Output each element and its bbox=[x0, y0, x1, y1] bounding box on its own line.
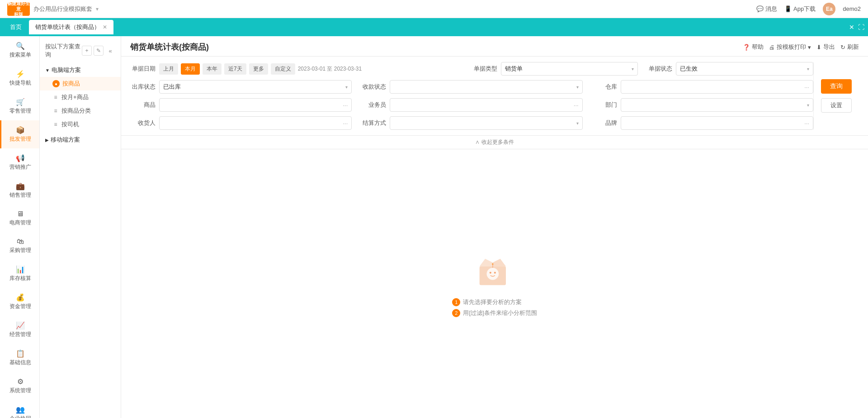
sidebar-item-inventory[interactable]: 📊 库存核算 bbox=[0, 260, 39, 288]
mobile-icon: 📱 bbox=[784, 5, 792, 12]
filter-warehouse: 仓库 ··· bbox=[592, 80, 813, 94]
tab-stats[interactable]: 销货单统计表（按商品） ✕ bbox=[29, 20, 113, 34]
sidebar-item-collab[interactable]: 👥 企业协同 bbox=[0, 400, 39, 418]
sidebar-item-quicknav[interactable]: ⚡ 快捷导航 bbox=[0, 64, 39, 92]
scheme-icon-list2: ≡ bbox=[52, 108, 59, 114]
filter-receipt-status: 收款状态 ▾ bbox=[361, 80, 582, 94]
message-button[interactable]: 💬 消息 bbox=[756, 5, 777, 13]
export-button[interactable]: ⬇ 导出 bbox=[816, 43, 835, 51]
close-window-icon[interactable]: ✕ bbox=[849, 24, 854, 31]
svg-point-5 bbox=[492, 263, 493, 265]
sidebar: 🔍 搜索菜单 ⚡ 快捷导航 🛒 零售管理 📦 批发管理 📢 营销推广 💼 销售管… bbox=[0, 36, 40, 418]
receipt-status-select[interactable]: ▾ bbox=[390, 80, 582, 94]
stock-status-select[interactable]: 已出库 ▾ bbox=[159, 80, 352, 94]
warehouse-dots-icon[interactable]: ··· bbox=[804, 84, 809, 90]
maximize-icon[interactable]: ⛶ bbox=[858, 24, 864, 31]
scheme-item-by-driver[interactable]: ≡ 按司机 bbox=[40, 118, 121, 131]
filter-dept: 部门 ▾ bbox=[592, 98, 813, 112]
receipt-status-label: 收款状态 bbox=[361, 83, 386, 91]
collab-icon: 👥 bbox=[1, 405, 39, 414]
scheme-edit-button[interactable]: ✎ bbox=[94, 46, 104, 56]
filter-doc-type: 单据类型 销货单 ▾ bbox=[472, 62, 638, 76]
filter-brand: 品牌 ··· bbox=[592, 116, 813, 130]
scheme-item-by-category[interactable]: ≡ 按商品分类 bbox=[40, 104, 121, 118]
top-bar-left: 畅捷通好生意 标版 办公用品行业模拟账套 ▾ bbox=[7, 2, 99, 16]
doc-status-chevron-icon: ▾ bbox=[807, 66, 809, 71]
help-icon: ❓ bbox=[743, 44, 750, 51]
page-title: 销货单统计表(按商品) bbox=[130, 42, 209, 52]
date-filter: 上月 本月 本年 近7天 更多 自定义 2023-03-01 至 2023-03… bbox=[159, 63, 463, 75]
filter-goods: 商品 ··· bbox=[130, 98, 352, 112]
sidebar-item-finance[interactable]: 💰 资金管理 bbox=[0, 288, 39, 316]
print-icon: 🖨 bbox=[769, 44, 775, 51]
clerk-dots-icon[interactable]: ··· bbox=[574, 102, 579, 109]
filter-row-2: 出库状态 已出库 ▾ 收款状态 bbox=[130, 80, 813, 94]
main-layout: 🔍 搜索菜单 ⚡ 快捷导航 🛒 零售管理 📦 批发管理 📢 营销推广 💼 销售管… bbox=[0, 36, 868, 418]
ecommerce-icon: 🖥 bbox=[1, 210, 39, 218]
date-btn-7days[interactable]: 近7天 bbox=[224, 63, 246, 75]
date-btn-custom[interactable]: 自定义 bbox=[271, 63, 295, 75]
payment-select[interactable]: ▾ bbox=[390, 116, 582, 130]
goods-select[interactable]: ··· bbox=[159, 98, 352, 112]
scheme-add-button[interactable]: + bbox=[82, 46, 92, 56]
filter-receiver: 收货人 ··· bbox=[130, 116, 352, 130]
filter-row-3: 商品 ··· 业务员 ··· bbox=[130, 98, 813, 112]
filter-main: 单据日期 上月 本月 本年 近7天 更多 自定义 2023-03-01 至 20… bbox=[130, 62, 813, 130]
sidebar-item-system[interactable]: ⚙ 系统管理 bbox=[0, 372, 39, 400]
avatar[interactable]: Ea bbox=[823, 3, 835, 15]
sidebar-item-wholesale[interactable]: 📦 批发管理 bbox=[0, 120, 39, 148]
receiver-select[interactable]: ··· bbox=[159, 116, 352, 130]
receiver-label: 收货人 bbox=[130, 119, 156, 127]
date-btn-last-month[interactable]: 上月 bbox=[159, 63, 178, 75]
inventory-icon: 📊 bbox=[1, 265, 39, 274]
query-button[interactable]: 查询 bbox=[821, 79, 852, 94]
tab-close-icon[interactable]: ✕ bbox=[103, 24, 107, 30]
tab-home[interactable]: 首页 bbox=[4, 20, 28, 34]
date-label: 单据日期 bbox=[130, 65, 156, 73]
tab-bar-right: ✕ ⛶ bbox=[849, 24, 864, 31]
scheme-group-desktop-header[interactable]: ▼ 电脑端方案 bbox=[40, 63, 121, 77]
payment-chevron-icon: ▾ bbox=[576, 121, 579, 126]
brand-select[interactable]: ··· bbox=[621, 116, 813, 130]
refresh-button[interactable]: ↻ 刷新 bbox=[840, 43, 859, 51]
scheme-group-mobile-header[interactable]: ▶ 移动端方案 bbox=[40, 133, 121, 147]
filter-date: 单据日期 上月 本月 本年 近7天 更多 自定义 2023-03-01 至 20… bbox=[130, 63, 463, 75]
tab-bar: 首页 销货单统计表（按商品） ✕ ✕ ⛶ bbox=[0, 18, 868, 36]
sidebar-item-search[interactable]: 🔍 搜索菜单 bbox=[0, 36, 39, 64]
content-area: 按以下方案查询 + ✎ « ▼ 电脑端方案 ● 按商品 ≡ 按月 bbox=[40, 36, 868, 418]
sidebar-item-ecommerce[interactable]: 🖥 电商管理 bbox=[0, 204, 39, 232]
sidebar-item-marketing[interactable]: 📢 营销推广 bbox=[0, 148, 39, 176]
brand-dots-icon[interactable]: ··· bbox=[804, 120, 809, 127]
scheme-item-by-month-goods[interactable]: ≡ 按月+商品 bbox=[40, 90, 121, 104]
dept-select[interactable]: ▾ bbox=[621, 98, 813, 112]
scheme-collapse-button[interactable]: « bbox=[105, 46, 115, 56]
sidebar-item-operations[interactable]: 📈 经营管理 bbox=[0, 316, 39, 344]
settings-button[interactable]: 设置 bbox=[821, 98, 852, 113]
help-button[interactable]: ❓ 帮助 bbox=[743, 43, 764, 51]
clerk-select[interactable]: ··· bbox=[390, 98, 582, 112]
scheme-active-dot: ● bbox=[52, 80, 60, 87]
scheme-panel-header: 按以下方案查询 + ✎ « bbox=[40, 40, 121, 62]
print-button[interactable]: 🖨 按模板打印 ▾ bbox=[769, 43, 811, 51]
date-btn-this-month[interactable]: 本月 bbox=[181, 63, 200, 75]
print-chevron-icon: ▾ bbox=[808, 44, 811, 51]
company-chevron-icon[interactable]: ▾ bbox=[96, 6, 99, 12]
receiver-dots-icon[interactable]: ··· bbox=[343, 120, 348, 127]
sidebar-item-retail[interactable]: 🛒 零售管理 bbox=[0, 92, 39, 120]
scheme-icon-list3: ≡ bbox=[52, 121, 59, 128]
date-btn-more[interactable]: 更多 bbox=[249, 63, 268, 75]
sidebar-item-purchase[interactable]: 🛍 采购管理 bbox=[0, 232, 39, 260]
collapse-bar[interactable]: ∧ 收起更多条件 bbox=[121, 136, 868, 149]
app-logo[interactable]: 畅捷通好生意 标版 bbox=[7, 2, 30, 16]
doc-type-select[interactable]: 销货单 ▾ bbox=[501, 62, 638, 76]
username-label[interactable]: demo2 bbox=[843, 5, 861, 12]
sidebar-item-sales[interactable]: 💼 销售管理 bbox=[0, 176, 39, 204]
app-download-button[interactable]: 📱 App下载 bbox=[784, 5, 816, 13]
warehouse-select[interactable]: ··· bbox=[621, 80, 813, 94]
doc-status-select[interactable]: 已生效 ▾ bbox=[676, 62, 813, 76]
sidebar-item-basics[interactable]: 📋 基础信息 bbox=[0, 344, 39, 372]
date-btn-this-year[interactable]: 本年 bbox=[203, 63, 222, 75]
scheme-item-by-goods[interactable]: ● 按商品 bbox=[40, 77, 121, 90]
scheme-group-desktop: ▼ 电脑端方案 ● 按商品 ≡ 按月+商品 ≡ 按商品分类 ≡ 按司机 bbox=[40, 63, 121, 131]
goods-dots-icon[interactable]: ··· bbox=[343, 102, 348, 109]
